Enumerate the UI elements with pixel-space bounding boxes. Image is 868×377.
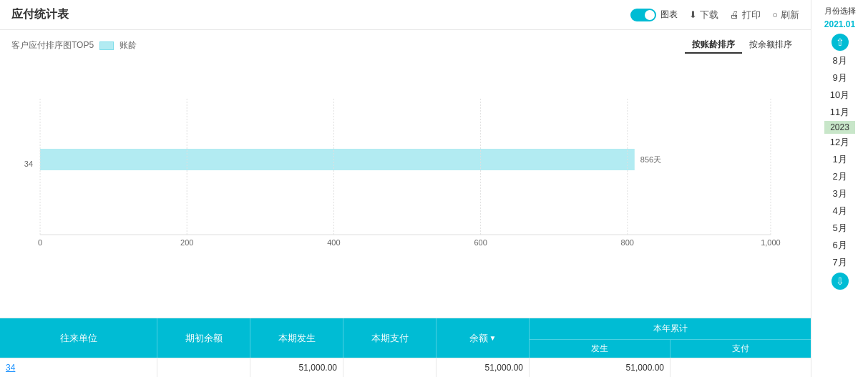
header-actions: 图表 ⬇ 下载 🖨 打印 ○ 刷新 bbox=[630, 9, 799, 21]
sidebar-title: 月份选择 bbox=[824, 6, 856, 16]
download-button[interactable]: ⬇ 下载 bbox=[689, 9, 718, 21]
download-icon: ⬇ bbox=[689, 9, 697, 20]
sort-by-amount-button[interactable]: 按账龄排序 bbox=[685, 37, 742, 54]
th-bennianjilei: 本年累计 bbox=[530, 318, 811, 340]
th-benqizhifu: 本期支付 bbox=[343, 318, 437, 358]
svg-text:0: 0 bbox=[38, 238, 42, 247]
th-laiwai: 往来单位 bbox=[0, 318, 157, 358]
th-yue: 余额 ▼ bbox=[437, 318, 530, 358]
sidebar-month-item[interactable]: 3月 bbox=[824, 185, 855, 202]
legend-box-label: 账龄 bbox=[120, 39, 137, 52]
th-qichu: 期初余额 bbox=[157, 318, 250, 358]
table-cell bbox=[157, 358, 250, 377]
sidebar-months: 8月9月10月11月202312月1月2月3月4月5月6月7月 bbox=[824, 52, 855, 271]
table-section: 往来单位 期初余额 本期发生 本期支付 余额 ▼ 本年累计 发生 支付 bbox=[0, 318, 811, 377]
sidebar-month-item[interactable]: 11月 bbox=[824, 104, 855, 121]
yue-sort-icon[interactable]: ▼ bbox=[489, 334, 497, 342]
bar-days-label: 856天 bbox=[640, 155, 661, 164]
table-cell: 51,000.00 bbox=[437, 358, 530, 377]
right-sidebar: 月份选择 2021.01 ⇧ 8月9月10月11月202312月1月2月3月4月… bbox=[811, 0, 868, 377]
chart-area: 34 856天 0 200 400 600 800 bbox=[11, 59, 799, 260]
print-label: 打印 bbox=[742, 9, 761, 21]
sidebar-month-item[interactable]: 7月 bbox=[824, 254, 855, 271]
sidebar-up-button[interactable]: ⇧ bbox=[832, 34, 849, 51]
svg-text:600: 600 bbox=[474, 238, 487, 247]
y-axis-label: 34 bbox=[24, 160, 33, 168]
print-icon: 🖨 bbox=[730, 9, 739, 20]
sort-by-balance-button[interactable]: 按余额排序 bbox=[742, 37, 799, 54]
svg-text:800: 800 bbox=[621, 238, 634, 247]
table-cell: 51,000.00 bbox=[250, 358, 343, 377]
chart-toggle-label: 图表 bbox=[660, 9, 678, 21]
th-benqifasheng: 本期发生 bbox=[250, 318, 343, 358]
download-label: 下载 bbox=[700, 9, 718, 21]
svg-text:400: 400 bbox=[327, 238, 340, 247]
table-body: 3451,000.0051,000.0051,000.00 bbox=[0, 358, 811, 377]
sidebar-month-item[interactable]: 8月 bbox=[824, 52, 855, 69]
chart-legend: 客户应付排序图TOP5 账龄 bbox=[11, 39, 137, 52]
th-bennianjilei-group: 本年累计 发生 支付 bbox=[530, 318, 811, 358]
legend-box bbox=[99, 41, 114, 50]
toggle-track[interactable] bbox=[630, 9, 656, 21]
print-button[interactable]: 🖨 打印 bbox=[730, 9, 761, 21]
table-cell[interactable]: 34 bbox=[0, 358, 157, 377]
sidebar-month-item[interactable]: 6月 bbox=[824, 237, 855, 254]
th-sub-fasheng: 发生 bbox=[530, 340, 670, 358]
table-cell bbox=[670, 358, 811, 377]
sidebar-down-button[interactable]: ⇩ bbox=[832, 273, 849, 290]
sidebar-month-item[interactable]: 12月 bbox=[824, 134, 855, 151]
svg-text:200: 200 bbox=[180, 238, 193, 247]
chart-section: 客户应付排序图TOP5 账龄 按账龄排序 按余额排序 34 bbox=[0, 30, 811, 318]
table-header: 往来单位 期初余额 本期发生 本期支付 余额 ▼ 本年累计 发生 支付 bbox=[0, 318, 811, 358]
chart-bar bbox=[40, 149, 635, 170]
page-title: 应付统计表 bbox=[11, 7, 69, 22]
chart-svg: 34 856天 0 200 400 600 800 bbox=[11, 59, 799, 260]
chart-sort-buttons: 按账龄排序 按余额排序 bbox=[685, 37, 799, 54]
chart-header: 客户应付排序图TOP5 账龄 按账龄排序 按余额排序 bbox=[11, 37, 799, 54]
refresh-button[interactable]: ○ 刷新 bbox=[772, 9, 799, 21]
legend-title: 客户应付排序图TOP5 bbox=[11, 39, 94, 52]
sidebar-year-label[interactable]: 2021.01 bbox=[824, 19, 855, 29]
sidebar-month-item[interactable]: 5月 bbox=[824, 220, 855, 237]
table-row: 3451,000.0051,000.0051,000.00 bbox=[0, 358, 811, 377]
sidebar-year-marker[interactable]: 2023 bbox=[824, 121, 855, 134]
th-sub-zhifu: 支付 bbox=[670, 340, 811, 358]
sidebar-month-item[interactable]: 10月 bbox=[824, 87, 855, 104]
toggle-thumb bbox=[645, 10, 655, 20]
table-cell: 51,000.00 bbox=[530, 358, 670, 377]
table-cell bbox=[343, 358, 437, 377]
refresh-icon: ○ bbox=[772, 9, 778, 20]
sidebar-month-item[interactable]: 2月 bbox=[824, 168, 855, 185]
refresh-label: 刷新 bbox=[781, 9, 799, 21]
sidebar-month-item[interactable]: 4月 bbox=[824, 202, 855, 220]
th-bennianjilei-sub: 发生 支付 bbox=[530, 340, 811, 358]
svg-text:1,000: 1,000 bbox=[761, 238, 781, 247]
sidebar-month-item[interactable]: 9月 bbox=[824, 69, 855, 87]
chart-toggle[interactable]: 图表 bbox=[630, 9, 678, 21]
sidebar-month-item[interactable]: 1月 bbox=[824, 151, 855, 168]
